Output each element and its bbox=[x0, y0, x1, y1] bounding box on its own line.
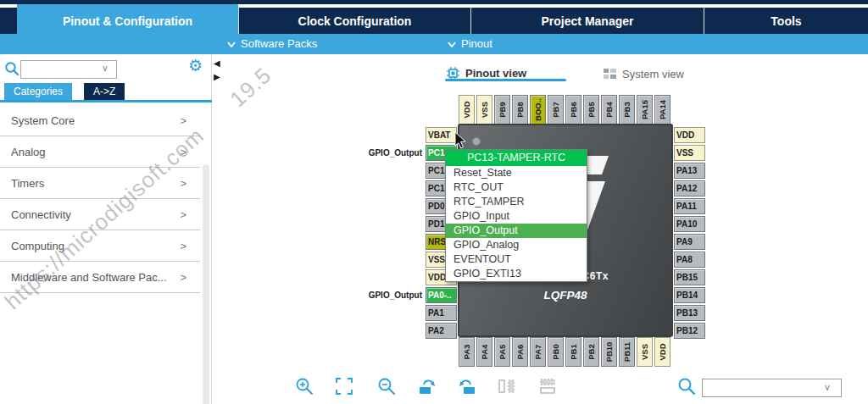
pin-vss[interactable]: VSS bbox=[674, 145, 705, 161]
grid-icon bbox=[604, 69, 616, 80]
chevron-right-icon: > bbox=[180, 177, 186, 190]
pin-pa0[interactable]: PA0-.. bbox=[426, 287, 457, 303]
tab-clock-configuration[interactable]: Clock Configuration bbox=[238, 8, 470, 34]
chevron-down-icon bbox=[448, 42, 456, 47]
pin-label: PB11 bbox=[622, 342, 632, 362]
pin-pb2[interactable]: PB2 bbox=[583, 337, 599, 367]
pinout-view-label: Pinout view bbox=[465, 67, 526, 80]
pin-pa2[interactable]: PA2 bbox=[426, 323, 457, 339]
tab-system-view[interactable]: System view bbox=[604, 68, 684, 80]
rotate-counterclockwise-icon[interactable] bbox=[457, 376, 477, 396]
pin-pb3[interactable]: PB3 bbox=[619, 95, 635, 125]
tab-tools[interactable]: Tools bbox=[704, 8, 868, 34]
rotate-clockwise-icon[interactable] bbox=[417, 376, 437, 396]
pin-pa9[interactable]: PA9 bbox=[674, 234, 705, 250]
tab-a-to-z[interactable]: A->Z bbox=[84, 83, 125, 100]
sidebar-scrollbar[interactable] bbox=[203, 164, 209, 404]
tabbar-spacer bbox=[0, 8, 17, 34]
fit-to-screen-icon[interactable] bbox=[334, 376, 354, 396]
pin-boo[interactable]: BOO.. bbox=[530, 95, 546, 125]
pin-pa15[interactable]: PA15 bbox=[637, 95, 653, 125]
menu-item-rtc-tamper[interactable]: RTC_TAMPER bbox=[446, 195, 587, 209]
menu-item-gpio-input[interactable]: GPIO_Input bbox=[446, 209, 587, 224]
menu-item-gpio-output[interactable]: GPIO_Output bbox=[446, 224, 587, 238]
pin-pb5[interactable]: PB5 bbox=[583, 95, 599, 125]
pin-pb6[interactable]: PB6 bbox=[565, 95, 581, 125]
pin-pa6[interactable]: PA6 bbox=[512, 337, 528, 367]
pin-pa13[interactable]: PA13 bbox=[674, 163, 705, 179]
pin1-marker bbox=[472, 137, 481, 146]
pin-pa5[interactable]: PA5 bbox=[494, 337, 510, 367]
pin-vdd[interactable]: VDD bbox=[654, 337, 670, 367]
gear-icon[interactable]: ⚙ bbox=[188, 58, 203, 74]
pin-search-input[interactable] bbox=[702, 379, 842, 397]
zoom-in-icon[interactable] bbox=[294, 376, 314, 396]
pin-pb11[interactable]: PB11 bbox=[619, 337, 635, 367]
pin-pb13[interactable]: PB13 bbox=[674, 305, 705, 321]
tab-pinout-view[interactable]: Pinout view bbox=[447, 67, 526, 80]
pin-pb8[interactable]: PB8 bbox=[512, 95, 528, 125]
pin-label: VDD bbox=[658, 343, 667, 360]
sidebar-item-middleware-and-software-pac[interactable]: Middleware and Software Pac...> bbox=[0, 262, 200, 293]
pin-label: PB6 bbox=[569, 102, 578, 117]
pin-pa7[interactable]: PA7 bbox=[530, 337, 546, 367]
expand-right-icon[interactable]: ▶ bbox=[214, 73, 220, 81]
pin-pb4[interactable]: PB4 bbox=[601, 95, 617, 125]
pin-vbat[interactable]: VBAT bbox=[426, 127, 457, 143]
search-icon bbox=[676, 376, 697, 396]
pin-label: PA5 bbox=[498, 345, 507, 360]
subnav-pinout[interactable]: Pinout bbox=[448, 34, 492, 54]
tab-pinout-configuration[interactable]: Pinout & Configuration bbox=[17, 8, 238, 34]
pin-pb1[interactable]: PB1 bbox=[565, 337, 581, 367]
pin-pa3[interactable]: PA3 bbox=[459, 337, 475, 367]
pin-pb12[interactable]: PB12 bbox=[674, 323, 705, 339]
flip-vertical-icon[interactable] bbox=[537, 376, 558, 396]
sidebar-item-connectivity[interactable]: Connectivity> bbox=[0, 199, 200, 230]
pinout-view-underline bbox=[445, 79, 566, 81]
menu-item-gpio-exti13[interactable]: GPIO_EXTI13 bbox=[446, 267, 587, 281]
menu-item-rtc-out[interactable]: RTC_OUT bbox=[446, 180, 587, 195]
pin-label: VDD bbox=[462, 101, 471, 118]
pin-pa12[interactable]: PA12 bbox=[674, 180, 705, 196]
sidebar-item-system-core[interactable]: System Core> bbox=[0, 105, 200, 136]
sidebar-item-timers[interactable]: Timers> bbox=[0, 168, 200, 199]
sidebar-item-label: Computing bbox=[11, 240, 180, 252]
sidebar-item-label: Timers bbox=[11, 177, 180, 190]
pin-vdd[interactable]: VDD bbox=[674, 127, 705, 143]
pin-pa11[interactable]: PA11 bbox=[674, 198, 705, 214]
flip-horizontal-icon[interactable] bbox=[497, 376, 517, 396]
zoom-out-icon[interactable] bbox=[376, 376, 397, 396]
subnav-pinout-label: Pinout bbox=[461, 34, 492, 54]
chevron-right-icon: > bbox=[180, 208, 186, 221]
subnav-software-packs[interactable]: Software Packs bbox=[227, 34, 317, 54]
collapse-left-icon[interactable]: ◀ bbox=[214, 59, 220, 68]
sidebar-item-label: Analog bbox=[11, 146, 180, 158]
tab-project-manager[interactable]: Project Manager bbox=[470, 8, 704, 34]
pin-label: PA3 bbox=[462, 345, 471, 360]
menu-item-gpio-analog[interactable]: GPIO_Analog bbox=[446, 238, 587, 252]
chip-right-pins: VDDVSSPA13PA12PA11PA10PA9PA8PB15PB14PB13… bbox=[674, 127, 705, 339]
menu-item-reset-state[interactable]: Reset_State bbox=[446, 166, 587, 180]
pin-vss[interactable]: VSS bbox=[637, 337, 653, 367]
menu-item-eventout[interactable]: EVENTOUT bbox=[446, 252, 587, 267]
pin-vdd[interactable]: VDD bbox=[459, 95, 475, 125]
pin-pa1[interactable]: PA1 bbox=[426, 305, 457, 321]
pin-pb10[interactable]: PB10 bbox=[601, 337, 617, 367]
gpio-output-label-pc13: GPIO_Output bbox=[337, 145, 422, 161]
pin-vss[interactable]: VSS bbox=[476, 95, 492, 125]
pin-pb15[interactable]: PB15 bbox=[674, 269, 705, 285]
pin-pb0[interactable]: PB0 bbox=[548, 337, 564, 367]
pin-pa10[interactable]: PA10 bbox=[674, 216, 705, 232]
pin-pa4[interactable]: PA4 bbox=[476, 337, 492, 367]
chip-package: LQFP48 bbox=[458, 289, 673, 302]
tab-categories[interactable]: Categories bbox=[4, 83, 72, 100]
pin-pa8[interactable]: PA8 bbox=[674, 252, 705, 268]
sidebar-item-computing[interactable]: Computing> bbox=[0, 230, 200, 262]
pin-pb7[interactable]: PB7 bbox=[548, 95, 564, 125]
pin-pa14[interactable]: PA14 bbox=[654, 95, 670, 125]
sidebar-search-input[interactable] bbox=[20, 60, 117, 79]
pin-pb14[interactable]: PB14 bbox=[674, 287, 705, 303]
sidebar-item-label: System Core bbox=[11, 114, 180, 127]
pin-pb9[interactable]: PB9 bbox=[494, 95, 510, 125]
sidebar-item-analog[interactable]: Analog> bbox=[0, 136, 200, 168]
